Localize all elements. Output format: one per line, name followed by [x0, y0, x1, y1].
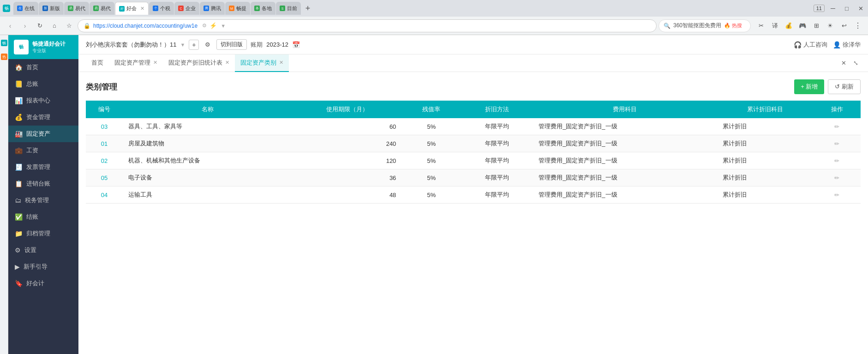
sidebar-item-archive[interactable]: 📁 归档管理: [8, 225, 78, 242]
sidebar-item-payroll[interactable]: 💼 工资: [8, 142, 78, 159]
browser-tab-6[interactable]: 个 个税: [149, 2, 174, 15]
page-tab-category[interactable]: 固定资产类别 ✕: [235, 54, 289, 72]
nav-home[interactable]: ⌂: [48, 19, 61, 32]
table-cell: 机器、机械和其他生产设备: [123, 152, 293, 169]
page-tab-depreciation[interactable]: 固定资产折旧统计表 ✕: [163, 54, 235, 72]
sidebar-label-guide: 新手引导: [24, 263, 48, 271]
sidebar-logo-icon: 畅: [14, 40, 29, 54]
tab-close-5[interactable]: ✕: [140, 6, 144, 12]
browser-tab-4[interactable]: 易 易代: [90, 2, 114, 15]
consult-btn[interactable]: 🎧 人工咨询: [794, 41, 827, 49]
page-tab-category-label: 固定资产类别: [240, 59, 276, 67]
user-name: 徐泽华: [843, 41, 861, 49]
browser-tab-3[interactable]: 易 易代: [64, 2, 89, 15]
refresh-button[interactable]: ↺ 刷新: [828, 79, 861, 94]
browser-tab-7[interactable]: C 企业: [174, 2, 199, 15]
edit-action-cell[interactable]: ✏: [814, 135, 861, 152]
table-cell: 年限平均: [461, 169, 533, 186]
table-cell: 5%: [401, 186, 461, 204]
sidebar-item-ledger[interactable]: 📒 总账: [8, 76, 78, 92]
browser-tab-1[interactable]: 在 在线: [13, 2, 38, 15]
browser-tab-11[interactable]: S 目前: [276, 2, 301, 15]
table-cell: 04: [86, 186, 123, 204]
browser-tab-10[interactable]: 各 各地: [251, 2, 275, 15]
browser-tab-9[interactable]: M 畅提: [225, 2, 250, 15]
table-cell: 5%: [401, 118, 461, 135]
tab-minimize-btn[interactable]: ✕: [838, 58, 849, 68]
nav-bookmark[interactable]: ☆: [63, 19, 76, 32]
invoice-icon: 🧾: [15, 163, 23, 171]
address-dropdown[interactable]: ▼: [221, 23, 226, 29]
sidebar-item-funds[interactable]: 💰 资金管理: [8, 109, 78, 126]
browser-maximize[interactable]: □: [841, 3, 852, 14]
edit-action-cell[interactable]: ✏: [814, 186, 861, 204]
edit-action-cell[interactable]: ✏: [814, 152, 861, 169]
calendar-icon[interactable]: 📅: [292, 41, 300, 48]
switch-version-btn[interactable]: 切到旧版: [216, 39, 247, 50]
settings-btn[interactable]: ⚙: [203, 40, 213, 50]
tab-label-5: 好会: [126, 5, 137, 12]
page-tab-depreciation-label: 固定资产折旧统计表: [168, 59, 222, 67]
page-tab-close-3[interactable]: ✕: [225, 60, 229, 66]
edit-action-cell[interactable]: ✏: [814, 169, 861, 186]
browser-tab-2[interactable]: 新 新版: [39, 2, 64, 15]
add-company-btn[interactable]: +: [189, 40, 199, 50]
consult-label: 人工咨询: [803, 41, 827, 49]
browser-close[interactable]: ✕: [855, 3, 866, 14]
game-icon[interactable]: 🎮: [796, 19, 809, 32]
sidebar-header: 畅 畅捷通好会计 专业版: [8, 35, 78, 59]
browser-minimize[interactable]: ─: [827, 3, 838, 14]
company-dropdown[interactable]: ▼: [180, 42, 185, 48]
sidebar-item-reports[interactable]: 📊 报表中心: [8, 92, 78, 109]
add-button[interactable]: + 新增: [794, 79, 824, 94]
strip-icon-1[interactable]: 畅: [1, 40, 7, 46]
translate-icon[interactable]: 译: [768, 19, 781, 32]
browser-menu[interactable]: ⋮: [851, 19, 864, 32]
toolbar-icons: ✂ 译 💰 🎮 ⊞ ☀ ↩ ⋮: [754, 19, 864, 32]
extension-icon-1[interactable]: 畅: [3, 5, 10, 12]
tab-expand-btn[interactable]: ⤡: [850, 58, 861, 68]
sidebar-item-invoice[interactable]: 🧾 发票管理: [8, 159, 78, 175]
nav-forward[interactable]: ›: [18, 19, 31, 32]
tab-favicon-6: 个: [153, 6, 158, 11]
page-tab-fixed-mgmt[interactable]: 固定资产管理 ✕: [109, 54, 163, 72]
page-tab-close-4[interactable]: ✕: [279, 60, 283, 66]
browser-tab-5[interactable]: 好 好会 ✕: [115, 2, 149, 15]
address-bolt-icon: ⚡: [210, 22, 217, 29]
search-placeholder: 360智能抠图免费用: [673, 22, 721, 30]
undo-icon[interactable]: ↩: [838, 19, 850, 32]
nav-reload[interactable]: ↻: [33, 19, 46, 32]
edit-action-cell[interactable]: ✏: [814, 118, 861, 135]
page-title: 类别管理: [86, 82, 117, 92]
address-bar: ‹ › ↻ ⌂ ☆ 🔒 https://cloud.chanjet.com/ac…: [0, 17, 868, 35]
sidebar-item-more[interactable]: 🔖 好会计: [8, 275, 78, 292]
address-input[interactable]: 🔒 https://cloud.chanjet.com/accounting/u…: [78, 19, 657, 32]
guide-icon: ▶: [15, 263, 20, 270]
coin-icon[interactable]: 💰: [782, 19, 795, 32]
table-cell: 60: [293, 118, 402, 135]
search-box[interactable]: 🔍 360智能抠图免费用 🔥 热搜: [658, 19, 751, 32]
sidebar-item-sales[interactable]: 📋 进销台账: [8, 175, 78, 192]
grid-icon[interactable]: ⊞: [810, 19, 823, 32]
sidebar-item-checkout[interactable]: ✅ 结账: [8, 209, 78, 225]
page-tab-close-2[interactable]: ✕: [153, 60, 157, 66]
sidebar-item-guide[interactable]: ▶ 新手引导: [8, 258, 78, 275]
page-tab-home[interactable]: 首页: [86, 54, 109, 72]
sidebar-item-home[interactable]: 🏠 首页: [8, 59, 78, 76]
cut-icon[interactable]: ✂: [754, 19, 767, 32]
brightness-icon[interactable]: ☀: [824, 19, 837, 32]
sidebar-label-archive: 归档管理: [26, 229, 50, 238]
table-cell: 房屋及建筑物: [123, 135, 293, 152]
sidebar-label-more: 好会计: [26, 279, 44, 288]
home-icon: 🏠: [15, 64, 23, 71]
user-btn[interactable]: 👤 徐泽华: [833, 41, 861, 49]
browser-tab-8[interactable]: 腾 腾讯: [200, 2, 225, 15]
nav-back[interactable]: ‹: [4, 19, 17, 32]
tab-new-button[interactable]: +: [301, 2, 314, 15]
strip-icon-2[interactable]: 热: [1, 54, 7, 60]
table-cell: 5%: [401, 169, 461, 186]
sidebar-item-tax[interactable]: 🗂 税务管理: [8, 192, 78, 209]
header-actions: + 新增 ↺ 刷新: [794, 79, 861, 94]
sidebar-item-fixed[interactable]: 🏭 固定资产: [8, 126, 78, 142]
sidebar-item-settings[interactable]: ⚙ 设置: [8, 242, 78, 258]
